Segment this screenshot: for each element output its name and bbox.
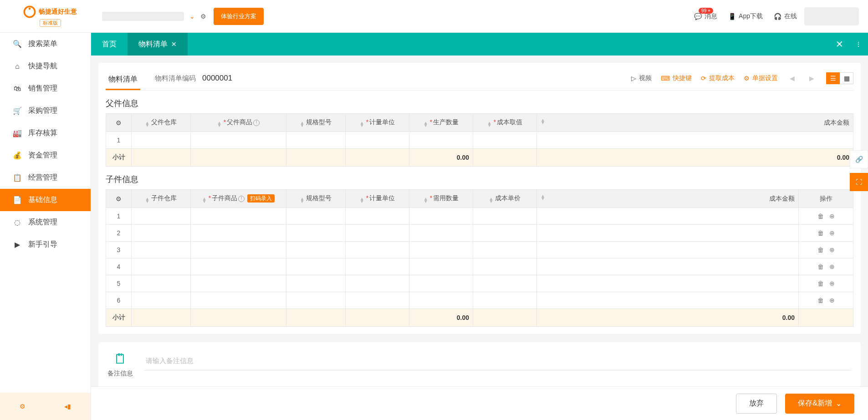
col-child-spec[interactable]: ▲▼规格型号: [286, 190, 346, 208]
next-icon[interactable]: ▶: [807, 75, 817, 82]
child-row[interactable]: 2🗑⊕: [106, 225, 853, 242]
sidebar-item-label: 采购管理: [28, 106, 57, 116]
experience-button[interactable]: 体验行业方案: [214, 8, 264, 25]
child-row[interactable]: 3🗑⊕: [106, 242, 853, 258]
close-all-icon[interactable]: ✕: [830, 39, 849, 50]
tool-label: 单据设置: [752, 74, 778, 82]
parent-subtotal-cost: 0.00: [537, 149, 853, 167]
user-avatar[interactable]: [804, 7, 859, 25]
settings-icon[interactable]: ⚙: [20, 403, 26, 410]
messages-link[interactable]: 💬 消息 99 +: [694, 12, 717, 20]
parent-row[interactable]: 1: [106, 132, 853, 149]
tab-bom[interactable]: 物料清单 ✕: [128, 33, 188, 56]
sidebar-item-purchase[interactable]: 🛒采购管理: [0, 100, 91, 122]
col-child-qty[interactable]: ▲▼*需用数量: [409, 190, 473, 208]
delete-icon[interactable]: 🗑: [817, 229, 824, 237]
close-icon[interactable]: ✕: [171, 40, 177, 48]
app-download-link[interactable]: 📱 App下载: [728, 12, 763, 20]
scan-button[interactable]: 扫码录入: [247, 194, 275, 202]
add-icon[interactable]: ⊕: [829, 297, 835, 304]
tab-menu-icon[interactable]: ⋮: [849, 40, 868, 48]
sidebar-item-system[interactable]: ◌系统管理: [0, 211, 91, 233]
tool-label: 提取成本: [709, 74, 735, 82]
add-icon[interactable]: ⊕: [829, 246, 835, 253]
expand-icon[interactable]: ⛶: [850, 173, 868, 191]
subtotal-label: 小计: [106, 149, 132, 167]
settings-column[interactable]: ⚙: [106, 190, 132, 208]
discard-button[interactable]: 放弃: [736, 394, 777, 414]
delete-icon[interactable]: 🗑: [817, 213, 824, 220]
col-child-cost-amount[interactable]: ▲▼成本金额: [537, 190, 799, 208]
keyboard-icon: ⌨: [661, 75, 670, 82]
add-icon[interactable]: ⊕: [829, 229, 835, 237]
settings-column[interactable]: ⚙: [106, 114, 132, 132]
row-ops: 🗑⊕: [799, 225, 853, 242]
online-support-link[interactable]: 🎧 在线: [774, 12, 797, 20]
hint-icon[interactable]: !: [238, 196, 245, 202]
delete-icon[interactable]: 🗑: [817, 280, 824, 287]
sidebar-item-funds[interactable]: 💰资金管理: [0, 144, 91, 167]
sidebar-item-quicknav[interactable]: ⌂快捷导航: [0, 55, 91, 77]
sidebar-item-search[interactable]: 🔍搜索菜单: [0, 33, 91, 55]
child-row[interactable]: 5🗑⊕: [106, 275, 853, 292]
child-row[interactable]: 1🗑⊕: [106, 208, 853, 225]
hint-icon[interactable]: !: [253, 120, 260, 126]
col-parent-spec[interactable]: ▲▼规格型号: [286, 114, 346, 132]
row-index: 4: [106, 258, 132, 275]
sidebar-item-inventory[interactable]: 🏭库存核算: [0, 122, 91, 144]
remark-panel: 🗒 备注信息: [98, 342, 861, 387]
sidebar-item-guide[interactable]: ▶新手引导: [0, 233, 91, 256]
add-icon[interactable]: ⊕: [829, 280, 835, 287]
tool-shortcut[interactable]: ⌨快捷键: [661, 74, 692, 82]
save-new-button[interactable]: 保存&新增 ⌄: [785, 394, 854, 414]
tab-home[interactable]: 首页: [91, 33, 128, 56]
col-parent-warehouse[interactable]: ▲▼父件仓库: [132, 114, 191, 132]
col-parent-product[interactable]: ▲▼*父件商品!: [191, 114, 286, 132]
col-parent-cost-method[interactable]: ▲▼*成本取值: [473, 114, 537, 132]
play-icon: ▷: [631, 75, 636, 82]
tool-video[interactable]: ▷视频: [631, 74, 652, 82]
delete-icon[interactable]: 🗑: [817, 297, 824, 304]
sort-icon: ▲▼: [300, 197, 305, 203]
col-parent-qty[interactable]: ▲▼*生产数量: [409, 114, 473, 132]
add-icon[interactable]: ⊕: [829, 213, 835, 220]
app-download-label: App下载: [739, 12, 763, 20]
row-index: 6: [106, 292, 132, 309]
brand-name: 畅捷通好生意: [39, 8, 77, 16]
add-icon[interactable]: ⊕: [829, 263, 835, 270]
col-child-warehouse[interactable]: ▲▼子件仓库: [132, 190, 191, 208]
collapse-icon[interactable]: ◂▮: [64, 403, 71, 410]
gear-icon[interactable]: ⚙: [200, 13, 206, 20]
child-row[interactable]: 4🗑⊕: [106, 258, 853, 275]
row-ops: 🗑⊕: [799, 275, 853, 292]
child-subtotal-qty: 0.00: [409, 309, 473, 327]
sort-icon: ▲▼: [145, 197, 150, 203]
col-child-unit-cost[interactable]: ▲▼成本单价: [473, 190, 537, 208]
delete-icon[interactable]: 🗑: [817, 246, 824, 253]
prev-icon[interactable]: ◀: [787, 75, 797, 82]
company-selector[interactable]: ⌄ ⚙: [102, 12, 206, 21]
sort-icon: ▲▼: [541, 195, 545, 200]
tool-doc-setting[interactable]: ⚙单据设置: [744, 74, 778, 82]
delete-icon[interactable]: 🗑: [817, 263, 824, 270]
view-card-icon[interactable]: ▦: [840, 72, 853, 84]
sidebar-item-business[interactable]: 📋经营管理: [0, 167, 91, 189]
col-parent-unit[interactable]: ▲▼*计量单位: [346, 114, 409, 132]
sidebar-item-label: 新手引导: [28, 240, 57, 249]
col-child-unit[interactable]: ▲▼*计量单位: [346, 190, 409, 208]
remark-input[interactable]: [144, 351, 852, 370]
online-label: 在线: [784, 12, 797, 20]
brand-edition: 标准版: [40, 19, 61, 27]
col-child-product[interactable]: ▲▼*子件商品!扫码录入: [191, 190, 286, 208]
gear-icon: ⚙: [744, 75, 750, 82]
chat-icon: 💬: [694, 13, 702, 20]
attachment-icon[interactable]: 🔗: [850, 150, 868, 168]
sidebar-item-basic-info[interactable]: 📄基础信息: [0, 189, 91, 211]
tool-extract-cost[interactable]: ⟳提取成本: [701, 74, 735, 82]
sub-tab-bom[interactable]: 物料清单: [106, 70, 140, 90]
col-parent-cost-amount[interactable]: ▲▼成本金额: [537, 114, 853, 132]
sidebar-item-sales[interactable]: 🛍销售管理: [0, 77, 91, 100]
sidebar-item-label: 经营管理: [28, 173, 57, 182]
view-list-icon[interactable]: ☰: [826, 72, 840, 84]
child-row[interactable]: 6🗑⊕: [106, 292, 853, 309]
